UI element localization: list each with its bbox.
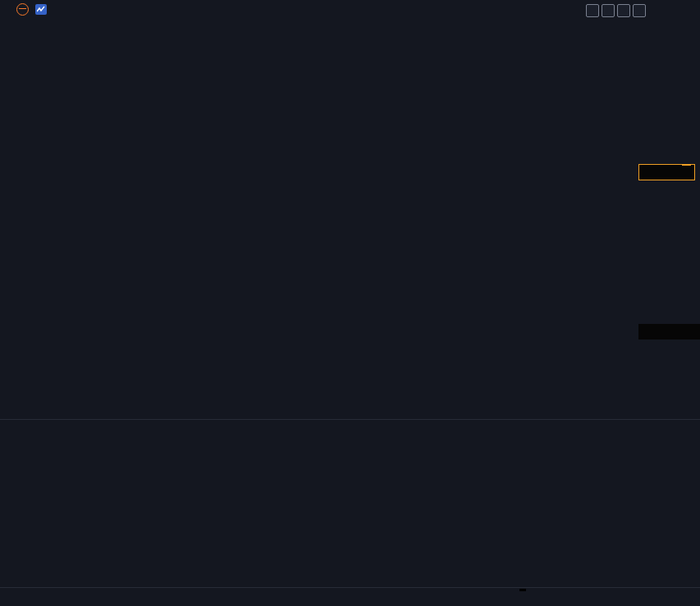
pan-move-icon[interactable] [586,4,599,17]
chart-window [0,0,700,606]
candlestick-chart-canvas[interactable] [0,0,700,606]
current-price-badge [638,164,695,180]
scale-horizontal-icon[interactable] [617,4,630,17]
axis-divider [0,587,700,588]
go-to-latest-icon[interactable] [633,4,646,17]
marked-price-badge [638,324,700,339]
chart-toolbar [586,4,646,17]
scale-vertical-icon[interactable] [602,4,615,17]
hide-indicator-icon[interactable] [16,3,29,16]
main-chart-header [6,3,80,16]
chart-type-icon[interactable] [35,4,47,15]
pane-divider[interactable] [0,419,700,420]
scroll-to-latest-button[interactable] [682,155,691,166]
date-tooltip [519,589,526,591]
